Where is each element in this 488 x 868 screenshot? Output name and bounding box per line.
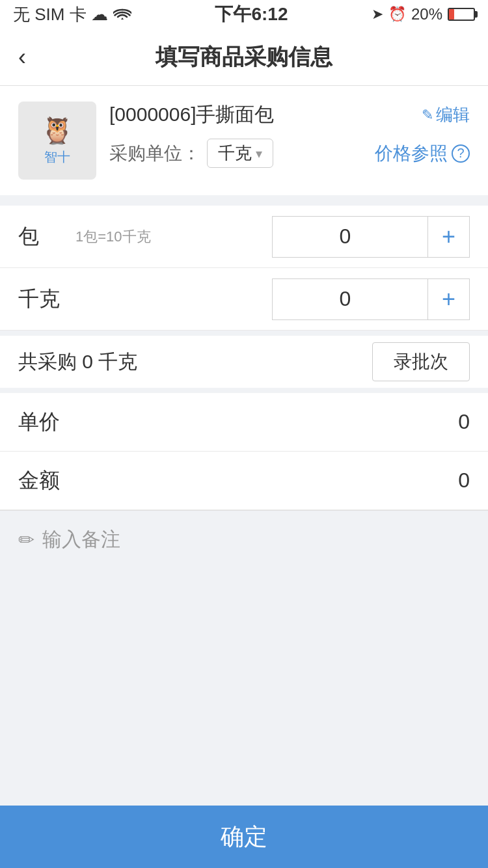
price-ref-label: 价格参照 xyxy=(375,141,448,166)
status-time: 下午6:12 xyxy=(215,2,288,27)
kg-input-row: 千克 + xyxy=(0,268,488,331)
status-bar: 无 SIM 卡 ☁ 下午6:12 ➤ ⏰ 20% xyxy=(0,0,488,29)
bag-input[interactable] xyxy=(272,216,428,258)
battery-icon xyxy=(448,8,475,21)
pencil-icon: ✏ xyxy=(18,528,34,551)
wifi-icon xyxy=(113,5,131,25)
kg-label: 千克 xyxy=(18,285,70,314)
unit-price-value: 0 xyxy=(458,410,470,434)
content-fill xyxy=(0,588,488,796)
summary-row: 共采购 0 千克 录批次 xyxy=(0,331,488,393)
edit-icon: ✎ xyxy=(422,107,433,124)
nav-bar: ‹ 填写商品采购信息 xyxy=(0,29,488,86)
status-right: ➤ ⏰ 20% xyxy=(372,5,475,23)
unit-select[interactable]: 千克 ▾ xyxy=(207,139,273,168)
remark-inner: ✏ 输入备注 xyxy=(18,526,470,553)
confirm-label: 确定 xyxy=(221,821,267,853)
sim-status: 无 SIM 卡 ☁ xyxy=(13,3,108,26)
page-title: 填写商品采购信息 xyxy=(156,42,332,72)
unit-label: 采购单位： xyxy=(109,141,200,166)
bag-label: 包 xyxy=(18,223,70,251)
info-icon: ? xyxy=(452,144,470,163)
summary-text: 共采购 0 千克 xyxy=(18,349,137,375)
edit-label: 编辑 xyxy=(436,103,470,126)
batch-button[interactable]: 录批次 xyxy=(372,342,470,381)
thumb-owl-icon: 🦉 xyxy=(41,115,74,146)
unit-price-row: 单价 0 xyxy=(0,393,488,452)
product-info: [0000006]手撕面包 ✎ 编辑 采购单位： 千克 ▾ 价格参照 ? xyxy=(109,102,470,168)
price-section: 单价 0 金额 0 xyxy=(0,393,488,510)
kg-input[interactable] xyxy=(272,278,428,320)
location-icon: ➤ xyxy=(372,6,383,23)
unit-value: 千克 xyxy=(218,142,252,165)
back-button[interactable]: ‹ xyxy=(18,44,26,71)
purchase-unit-row: 采购单位： 千克 ▾ 价格参照 ? xyxy=(109,139,470,168)
amount-row: 金额 0 xyxy=(0,452,488,510)
separator-1 xyxy=(0,200,488,206)
edit-button[interactable]: ✎ 编辑 xyxy=(422,103,470,126)
bag-input-row: 包 1包=10千克 + xyxy=(0,206,488,268)
unit-price-label: 单价 xyxy=(18,408,60,437)
product-name-row: [0000006]手撕面包 ✎ 编辑 xyxy=(109,102,470,128)
bag-sublabel: 1包=10千克 xyxy=(75,227,272,247)
confirm-bar[interactable]: 确定 xyxy=(0,806,488,868)
chevron-down-icon: ▾ xyxy=(256,146,262,161)
status-left: 无 SIM 卡 ☁ xyxy=(13,3,131,26)
amount-value: 0 xyxy=(458,468,470,493)
product-thumbnail: 🦉 智十 xyxy=(18,102,96,180)
input-section: 包 1包=10千克 + 千克 + xyxy=(0,206,488,331)
bag-input-group: + xyxy=(272,216,470,258)
product-card: 🦉 智十 [0000006]手撕面包 ✎ 编辑 采购单位： 千克 ▾ 价格参照 … xyxy=(0,86,488,200)
price-ref-button[interactable]: 价格参照 ? xyxy=(375,141,470,166)
product-name: [0000006]手撕面包 xyxy=(109,102,274,128)
remark-section[interactable]: ✏ 输入备注 xyxy=(0,510,488,588)
kg-plus-button[interactable]: + xyxy=(428,278,470,320)
remark-placeholder: 输入备注 xyxy=(42,526,120,553)
bag-plus-button[interactable]: + xyxy=(428,216,470,258)
amount-label: 金额 xyxy=(18,467,60,495)
thumb-label: 智十 xyxy=(44,148,70,166)
battery-percent: 20% xyxy=(411,5,442,23)
kg-input-group: + xyxy=(272,278,470,320)
alarm-icon: ⏰ xyxy=(388,6,406,23)
